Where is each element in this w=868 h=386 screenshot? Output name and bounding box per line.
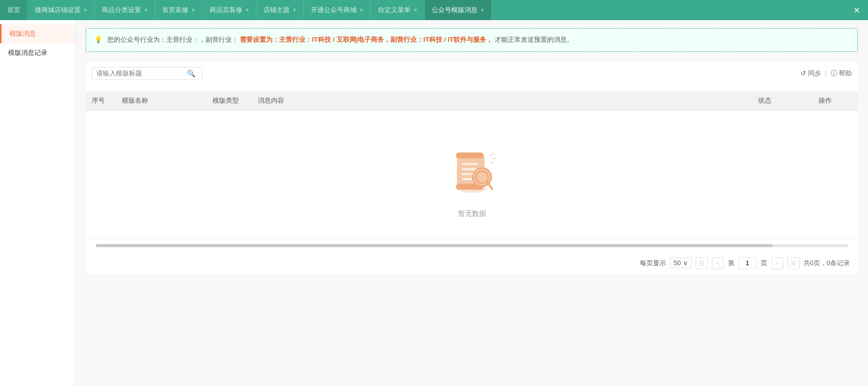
- svg-rect-7: [462, 178, 472, 180]
- close-tab-product-decor[interactable]: ×: [245, 7, 249, 14]
- svg-line-13: [490, 161, 493, 164]
- notice-highlight: 需要设置为：主营行业：IT科技 / 互联网|电子商务，副营行业：IT科技 / I…: [240, 36, 493, 43]
- prev-page-button[interactable]: ＜: [712, 257, 724, 269]
- bulb-icon: 💡: [94, 36, 102, 43]
- tab-product-decor[interactable]: 商品页装修 ×: [203, 0, 256, 20]
- sidebar-item-template-msg[interactable]: 模版消息: [0, 24, 75, 43]
- page-size-select[interactable]: 50 ∨: [670, 258, 691, 268]
- page-size-label: 每页显示: [640, 259, 666, 268]
- pagination-bar: 每页显示 50 ∨ ⟨⟨ ＜ 第 页 ＞ ⟩⟩: [86, 252, 858, 274]
- first-page-button[interactable]: ⟨⟨: [696, 257, 708, 269]
- main-layout: 模版消息 模版消息记录 💡 您的公众号行业为：主营行业：，副营行业： 需要设置为…: [0, 20, 868, 386]
- divider: |: [825, 69, 827, 77]
- last-page-button[interactable]: ⟩⟩: [787, 257, 799, 269]
- empty-illustration: [442, 141, 502, 201]
- sidebar: 模版消息 模版消息记录: [0, 20, 76, 386]
- empty-row: 暂无数据: [86, 110, 858, 239]
- tab-store-theme[interactable]: 店铺主题 ×: [256, 0, 304, 20]
- page-word: 第: [728, 259, 735, 268]
- page-unit: 页: [761, 259, 767, 268]
- scroll-track[interactable]: [96, 244, 848, 247]
- close-tab-template-msg[interactable]: ×: [481, 7, 484, 14]
- svg-rect-4: [462, 163, 478, 165]
- close-tab-weshop[interactable]: ×: [84, 7, 87, 14]
- empty-text: 暂无数据: [458, 209, 486, 218]
- col-index: 序号: [86, 91, 116, 111]
- notice-banner: 💡 您的公众号行业为：主营行业：，副营行业： 需要设置为：主营行业：IT科技 /…: [86, 28, 858, 52]
- svg-line-11: [490, 153, 493, 156]
- table-header-row: 序号 模版名称 模版类型 消息内容 状态 操作: [86, 91, 858, 111]
- global-close-button[interactable]: ✕: [845, 6, 868, 15]
- first-page-icon: ⟨⟨: [699, 259, 704, 267]
- total-text: 共0页，0条记录: [804, 259, 850, 268]
- col-name: 模版名称: [116, 91, 207, 111]
- tab-open-mall[interactable]: 开通公众号商城 ×: [304, 0, 371, 20]
- search-icon[interactable]: 🔍: [187, 69, 195, 78]
- close-tab-open-mall[interactable]: ×: [360, 7, 363, 14]
- page-number-input[interactable]: [739, 257, 757, 269]
- col-content: 消息内容: [252, 91, 752, 111]
- content-area: 💡 您的公众号行业为：主营行业：，副营行业： 需要设置为：主营行业：IT科技 /…: [76, 20, 868, 386]
- search-input-wrap: 🔍: [92, 67, 203, 80]
- table-wrapper: 🔍 ↺ 同步 | ⓘ 帮助 序号: [86, 62, 858, 274]
- tab-home[interactable]: 首页: [0, 0, 28, 20]
- last-page-icon: ⟩⟩: [791, 259, 796, 267]
- help-circle-icon: ⓘ: [831, 69, 837, 78]
- close-tab-custom-menu[interactable]: ×: [414, 7, 417, 14]
- col-type: 模版类型: [207, 91, 252, 111]
- help-button[interactable]: ⓘ 帮助: [831, 69, 852, 78]
- scroll-thumb: [96, 244, 773, 247]
- sync-icon: ↺: [800, 69, 806, 77]
- next-page-icon: ＞: [774, 259, 780, 268]
- sidebar-item-template-msg-record[interactable]: 模版消息记录: [0, 43, 75, 62]
- tab-custom-menu[interactable]: 自定义菜单 ×: [371, 0, 425, 20]
- col-action: 操作: [813, 91, 858, 111]
- notice-prefix: 您的公众号行业为：主营行业：，副营行业：: [107, 36, 238, 43]
- toolbar-right: ↺ 同步 | ⓘ 帮助: [800, 69, 852, 78]
- page-size-value: 50: [674, 259, 681, 267]
- scroll-bar-row: [86, 239, 858, 252]
- prev-page-icon: ＜: [714, 259, 721, 268]
- tab-template-msg[interactable]: 公众号模版消息 ×: [425, 0, 492, 20]
- svg-rect-2: [456, 152, 484, 159]
- next-page-button[interactable]: ＞: [771, 257, 783, 269]
- top-nav: 首页 微商城店铺设置 × 商品分类设置 × 首页装修 × 商品页装修 × 店铺主…: [0, 0, 868, 20]
- data-table: 序号 模版名称 模版类型 消息内容 状态 操作: [86, 91, 858, 239]
- search-area: 🔍 ↺ 同步 | ⓘ 帮助: [86, 62, 858, 85]
- svg-rect-5: [462, 168, 476, 170]
- tab-category[interactable]: 商品分类设置 ×: [95, 0, 155, 20]
- tab-homepage-decor[interactable]: 首页装修 ×: [155, 0, 203, 20]
- empty-state: 暂无数据: [86, 111, 858, 239]
- close-tab-category[interactable]: ×: [144, 7, 148, 14]
- notice-suffix: 才能正常发送预置的消息。: [495, 36, 573, 43]
- sync-button[interactable]: ↺ 同步: [800, 69, 821, 78]
- close-tab-homepage-decor[interactable]: ×: [191, 7, 195, 14]
- search-input[interactable]: [96, 69, 187, 77]
- chevron-down-icon: ∨: [683, 259, 688, 267]
- tab-weshop[interactable]: 微商城店铺设置 ×: [28, 0, 95, 20]
- close-tab-store-theme[interactable]: ×: [293, 7, 296, 14]
- col-status: 状态: [752, 91, 813, 111]
